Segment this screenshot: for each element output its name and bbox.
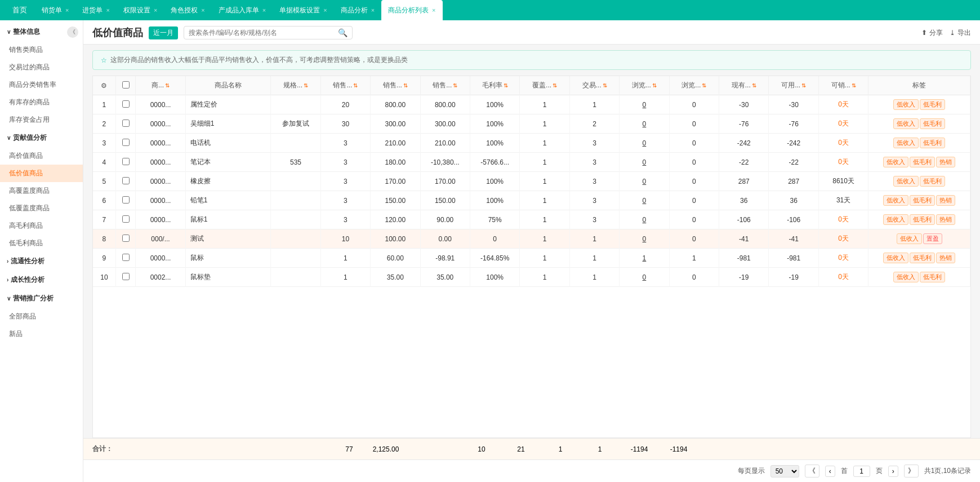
row-check[interactable] <box>115 191 135 210</box>
row-checkbox[interactable] <box>122 177 130 184</box>
row-checkbox[interactable] <box>122 120 130 127</box>
row-check[interactable] <box>115 172 135 191</box>
row-browse1[interactable]: 0 <box>620 172 669 191</box>
row-check[interactable] <box>115 210 135 229</box>
sort-icon[interactable]: ⇅ <box>652 82 657 89</box>
sidebar-item-all-goods[interactable]: 全部商品 <box>0 308 83 325</box>
close-icon[interactable]: × <box>154 7 157 14</box>
row-check[interactable] <box>115 114 135 134</box>
check-col-header[interactable] <box>115 76 135 95</box>
row-browse1[interactable]: 0 <box>620 210 669 229</box>
sidebar-collapse-btn[interactable]: 《 <box>67 26 78 38</box>
nav-products-in[interactable]: 产成品入库单 × <box>212 0 273 20</box>
row-checkbox[interactable] <box>122 235 130 242</box>
sale1-col-header[interactable]: 销售...⇅ <box>371 76 420 95</box>
search-icon[interactable]: 🔍 <box>338 28 348 37</box>
row-browse1[interactable]: 0 <box>620 153 669 172</box>
sidebar-item-stock-capital[interactable]: 库存资金占用 <box>0 111 83 129</box>
browse-link[interactable]: 0 <box>643 273 647 281</box>
row-check[interactable] <box>115 229 135 249</box>
row-checkbox[interactable] <box>122 139 130 146</box>
sort-icon[interactable]: ⇅ <box>801 82 806 89</box>
row-checkbox[interactable] <box>122 215 130 223</box>
row-check[interactable] <box>115 153 135 172</box>
sidebar-item-low-coverage[interactable]: 低覆盖度商品 <box>0 200 83 217</box>
row-checkbox[interactable] <box>122 100 130 108</box>
date-filter-button[interactable]: 近一月 <box>149 26 178 39</box>
sidebar-item-high-margin[interactable]: 高毛利商品 <box>0 217 83 235</box>
sidebar-item-traded-goods[interactable]: 交易过的商品 <box>0 59 83 76</box>
sort-icon[interactable]: ⇅ <box>603 82 607 89</box>
trade-col-header[interactable]: 交易...⇅ <box>569 76 619 95</box>
sale2-col-header[interactable]: 销售...⇅ <box>420 76 470 95</box>
browse1-col-header[interactable]: 浏览...⇅ <box>620 76 669 95</box>
sidebar-section-contribution[interactable]: ∨ 贡献值分析 <box>0 129 83 147</box>
sidebar-section-overall[interactable]: ∨ 整体信息 <box>5 25 63 39</box>
share-button[interactable]: ⬆ 分享 <box>921 28 943 38</box>
row-browse1[interactable]: 0 <box>620 134 669 153</box>
row-browse1[interactable]: 0 <box>620 191 669 210</box>
sidebar-item-in-stock-goods[interactable]: 有库存的商品 <box>0 94 83 111</box>
page-size-select[interactable]: 50 100 <box>770 465 799 477</box>
row-browse1[interactable]: 0 <box>620 229 669 249</box>
sidebar-section-circulation[interactable]: › 流通性分析 <box>0 252 83 271</box>
gear-col-header[interactable]: ⚙ <box>93 76 115 95</box>
sort-icon[interactable]: ⇅ <box>553 82 557 89</box>
browse-link[interactable]: 0 <box>643 178 647 185</box>
browse-link[interactable]: 0 <box>643 120 647 128</box>
browse-link[interactable]: 0 <box>643 235 647 243</box>
nav-product-analysis[interactable]: 商品分析 × <box>334 0 381 20</box>
saledays-col-header[interactable]: 可销...⇅ <box>818 76 868 95</box>
row-checkbox[interactable] <box>122 273 130 280</box>
row-check[interactable] <box>115 134 135 153</box>
first-page-button[interactable]: 《 <box>805 465 819 477</box>
export-button[interactable]: ⤓ 导出 <box>950 28 971 38</box>
row-check[interactable] <box>115 268 135 287</box>
nav-home[interactable]: 首页 <box>5 0 35 20</box>
sidebar-section-growth[interactable]: › 成长性分析 <box>0 271 83 289</box>
browse-link[interactable]: 0 <box>643 101 647 109</box>
code-col-header[interactable]: 商...⇅ <box>136 76 185 95</box>
nav-purchase[interactable]: 进货单 × <box>75 0 116 20</box>
page-input[interactable] <box>853 466 870 477</box>
sidebar-item-high-value[interactable]: 高价值商品 <box>0 147 83 165</box>
select-all-checkbox[interactable] <box>122 81 130 89</box>
browse2-col-header[interactable]: 浏览...⇅ <box>669 76 719 95</box>
row-browse1[interactable]: 0 <box>620 268 669 287</box>
sort-icon[interactable]: ⇅ <box>403 82 408 89</box>
sort-icon[interactable]: ⇅ <box>453 82 457 89</box>
browse-link[interactable]: 0 <box>643 139 647 147</box>
close-icon[interactable]: × <box>371 7 375 14</box>
sidebar-item-sales-goods[interactable]: 销售类商品 <box>0 41 83 59</box>
sort-icon[interactable]: ⇅ <box>702 82 706 89</box>
spec-col-header[interactable]: 规格...⇅ <box>271 76 320 95</box>
sort-icon[interactable]: ⇅ <box>752 82 756 89</box>
sidebar-item-low-margin[interactable]: 低毛利商品 <box>0 235 83 252</box>
row-browse1[interactable]: 0 <box>620 95 669 114</box>
search-input[interactable] <box>189 29 338 37</box>
close-icon[interactable]: × <box>323 7 327 14</box>
sort-icon[interactable]: ⇅ <box>165 82 170 89</box>
sidebar-item-high-coverage[interactable]: 高覆盖度商品 <box>0 182 83 200</box>
sort-icon[interactable]: ⇅ <box>353 82 358 89</box>
nav-permissions[interactable]: 权限设置 × <box>117 0 164 20</box>
prev-page-button[interactable]: ‹ <box>825 466 835 477</box>
nav-salesorder[interactable]: 销货单 × <box>35 0 75 20</box>
close-icon[interactable]: × <box>262 7 266 14</box>
row-browse1[interactable]: 1 <box>620 249 669 268</box>
sort-icon[interactable]: ⇅ <box>504 82 508 89</box>
row-browse1[interactable]: 0 <box>620 114 669 134</box>
gross-col-header[interactable]: 毛利率⇅ <box>470 76 519 95</box>
row-checkbox[interactable] <box>122 158 130 165</box>
search-box[interactable]: 🔍 <box>184 26 353 39</box>
stock-col-header[interactable]: 现有...⇅ <box>719 76 769 95</box>
browse-link[interactable]: 1 <box>643 254 647 262</box>
row-checkbox[interactable] <box>122 196 130 204</box>
close-icon[interactable]: × <box>106 7 109 14</box>
close-icon[interactable]: × <box>432 7 435 14</box>
sort-icon[interactable]: ⇅ <box>304 82 308 89</box>
sort-icon[interactable]: ⇅ <box>852 82 856 89</box>
name-col-header[interactable]: 商品名称 <box>185 76 271 95</box>
browse-link[interactable]: 0 <box>643 216 647 224</box>
sidebar-section-marketing[interactable]: ∨ 营销推广分析 <box>0 289 83 308</box>
